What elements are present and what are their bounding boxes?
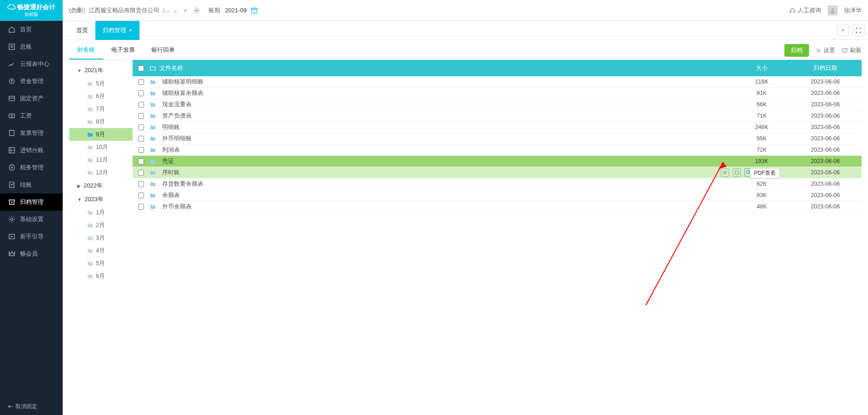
sidebar-item-9[interactable]: 结账 [0,176,63,193]
consult-link[interactable]: 人工咨询 [789,6,821,15]
tree-month[interactable]: 5月 [69,257,133,270]
tree-month[interactable]: 12月 [69,166,133,179]
sidebar-item-3[interactable]: 资金管理 [0,73,63,90]
tree-month[interactable]: 10月 [69,141,133,153]
subtab-2[interactable]: 银行回单 [143,41,183,59]
company-selector[interactable]: (勿删）江西服宝精品有限责任公司（... ⌄ [69,6,178,15]
username[interactable]: 徐泽华 [844,6,862,15]
file-size: 116K [734,79,789,85]
row-checkbox[interactable] [138,124,144,130]
row-checkbox[interactable] [138,204,144,210]
tree-month[interactable]: 7月 [69,103,133,115]
row-checkbox[interactable] [138,90,144,96]
tree-year[interactable]: ▼2021年 [69,64,133,77]
row-checkbox[interactable] [138,147,144,153]
period-value: 2021-09 [225,7,247,14]
folder-icon [87,236,93,241]
folder-icon [87,158,93,163]
folder-icon [87,119,93,124]
sidebar-item-6[interactable]: 发票管理 [0,124,63,142]
table-row[interactable]: 利润表72K2023-06-06 [133,144,862,156]
avatar[interactable] [828,5,838,15]
svg-rect-0 [9,44,15,49]
folder-icon [87,261,93,266]
tab-close-button[interactable]: × [837,25,849,36]
tree-month[interactable]: 9月 [69,128,133,141]
tree-month[interactable]: 6月 [69,90,133,103]
sidebar-item-1[interactable]: 总账 [0,38,63,55]
file-icon [150,170,156,175]
period-label: 账期 [208,6,220,15]
row-checkbox[interactable] [138,158,144,164]
salary-icon [8,112,15,119]
row-checkbox[interactable] [138,102,144,108]
row-checkbox[interactable] [138,193,144,198]
tree-year[interactable]: ▼2023年 [69,193,133,206]
sidebar-item-13[interactable]: 畅会员 [0,245,63,262]
sidebar-item-11[interactable]: 基础设置 [0,211,63,228]
table-row[interactable]: 外币明细账55K2023-06-06 [133,133,862,144]
fullscreen-button[interactable] [853,25,864,36]
tree-month[interactable]: 4月 [69,244,133,257]
subtab-1[interactable]: 电子发票 [103,41,143,59]
tree-month[interactable]: 11月 [69,153,133,166]
file-icon [150,136,156,141]
tooltip: PDF查看 [750,168,780,178]
svg-rect-8 [9,200,15,201]
tree-month[interactable]: 1月 [69,206,133,219]
pin-toggle[interactable]: ⇤ 取消固定 [0,398,63,415]
sidebar-item-7[interactable]: 进销台账 [0,142,63,159]
logo: 畅捷通好会计 旗舰版 [0,0,63,21]
sidebar-item-label: 总账 [20,43,32,51]
refresh-link[interactable]: 刷新 [842,46,862,54]
table-row[interactable]: 余额表83K2023-06-06 [133,190,862,201]
sidebar-item-0[interactable]: 首页 [0,21,63,38]
tree-month[interactable]: 5月 [69,77,133,90]
tree-month[interactable]: 3月 [69,232,133,244]
sidebar-item-2[interactable]: 云报表中心 [0,55,63,73]
add-company-button[interactable]: ＋ [183,6,188,15]
tree-month[interactable]: 8月 [69,115,133,128]
table-row[interactable]: 辅助核算明细账116K2023-06-06 [133,76,862,88]
table-row[interactable]: 存货数量余额表62K2023-06-06 [133,178,862,190]
file-icon [150,91,156,96]
table-row[interactable]: 凭证193K2023-06-06 [133,156,862,167]
sidebar-item-12[interactable]: 新手引导 [0,228,63,245]
row-checkbox[interactable] [138,170,144,176]
table-row[interactable]: 资产负债表71K2023-06-06 [133,110,862,122]
row-checkbox[interactable] [138,181,144,187]
file-name: 资产负债表 [162,112,192,120]
table-row[interactable]: 序时账13K2023-06-06PDF查看 [133,167,862,178]
row-checkbox[interactable] [138,136,144,142]
file-name: 明细账 [162,124,180,131]
company-settings-button[interactable] [193,7,200,14]
table-row[interactable]: 现金流量表66K2023-06-06 [133,99,862,110]
sidebar-item-4[interactable]: 固定资产 [0,90,63,107]
table-row[interactable]: 外币余额表48K2023-06-06 [133,201,862,212]
select-all-checkbox[interactable] [138,65,144,71]
subtab-0[interactable]: 财务账 [69,41,103,59]
tab-archive[interactable]: 归档管理 × [95,21,139,40]
sidebar-item-10[interactable]: 归档管理 [0,193,63,211]
tab-home[interactable]: 首页 [69,21,95,40]
tax-icon [8,164,15,171]
calendar-icon[interactable] [251,7,258,14]
file-icon [150,79,156,84]
tree-month[interactable]: 6月 [69,270,133,282]
table-row[interactable]: 辅助核算余额表81K2023-06-06 [133,88,862,99]
tree-year[interactable]: ▶2022年 [69,179,133,193]
table-row[interactable]: 明细账246K2023-06-06 [133,122,862,133]
col-name-header: 文件名称 [159,64,183,72]
close-icon[interactable]: × [129,27,132,34]
sidebar-item-5[interactable]: 工资 [0,107,63,124]
tree-month[interactable]: 2月 [69,219,133,232]
settings-link[interactable]: 设置 [815,46,835,54]
download-excel-icon[interactable] [721,168,729,177]
archive-button[interactable]: 归档 [784,44,809,57]
svg-rect-3 [9,114,15,118]
download-pdf-icon[interactable] [733,168,741,177]
row-checkbox[interactable] [138,113,144,119]
file-size: 81K [734,90,789,96]
row-checkbox[interactable] [138,79,144,85]
sidebar-item-8[interactable]: 税务管理 [0,159,63,176]
